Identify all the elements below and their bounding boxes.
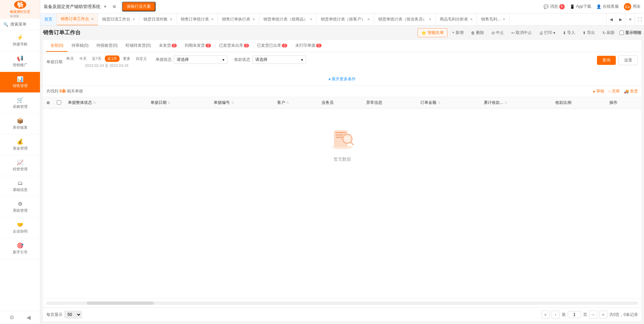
delete-btn[interactable]: 🗑 删除 [468,29,487,37]
sidebar-item-inventory[interactable]: 📦 库存核算 [0,114,40,134]
user-btn[interactable]: Ea 用友 [624,3,641,10]
tab-margin-analysis[interactable]: 商品毛利分析表 ✕ [436,13,477,26]
filter-tab-not-printed[interactable]: 未打印单据0 [291,40,326,52]
sort-customer-icon[interactable]: ⇅ [286,101,289,105]
date-btn-7days[interactable]: 近7天 [90,55,103,62]
topbar-settings-btn[interactable]: ⚙ [110,2,119,11]
sidebar-item-search[interactable]: 🔍 搜索菜单 [0,19,40,30]
tab-close-salesperson-stats[interactable]: ✕ [429,17,431,21]
status-select[interactable]: 请选择 ▾ [174,55,227,64]
sidebar-item-collaboration[interactable]: 🤝 企业协同 [0,217,40,238]
select-all-checkbox[interactable] [57,100,61,105]
tab-close-all-btn[interactable]: ✕ [625,13,635,26]
tab-close-customer-stats[interactable]: ✕ [367,17,370,21]
expand-icon: ▾ [329,77,331,82]
import-btn[interactable]: ⬇ 导入 [560,29,578,37]
print-btn[interactable]: 🖨 打印 ▾ [536,29,558,37]
tab-close-margin-analysis[interactable]: ✕ [470,17,473,21]
settings-btn[interactable]: 设置 [618,55,638,65]
tab-stats[interactable]: 销售订单统计表 ✕ [177,13,218,26]
tab-fullscreen-btn[interactable]: ⛶ [635,13,644,26]
app-download-btn[interactable]: 📱 App下载 [570,4,591,9]
sort-overall-status-icon[interactable]: ⇅ [93,101,96,105]
add-btn[interactable]: + 新增 [449,29,466,37]
tab-close-goods-stats[interactable]: ✕ [310,17,312,21]
guide-icon: 🎯 [17,242,24,249]
cancel-stop-btn[interactable]: ↩ 取消中止 [509,29,534,37]
tab-daily-clear[interactable]: 钱货日清工作台 ✕ [98,13,139,26]
filter-tab-unshipped[interactable]: 未发货0 [155,40,181,52]
show-detail-checkbox[interactable] [619,31,624,35]
import-icon: ⬇ [563,31,566,35]
sidebar-item-system[interactable]: ⚙ 系统管理 [0,197,40,217]
sidebar-item-marketing[interactable]: 📢 营销推广 [0,51,40,72]
tab-customer-stats[interactable]: 销货单统计表（按客户） ✕ [317,13,374,26]
date-btn-today[interactable]: 今天 [77,55,89,62]
sidebar-item-sales[interactable]: 📊 销售管理 [0,72,40,93]
scroll-thumb[interactable] [87,301,154,305]
tab-salesperson-stats[interactable]: 销货单统计表（按业务员） ✕ [374,13,436,26]
page-input[interactable] [568,311,581,318]
date-btn-yesterday[interactable]: 昨天 [65,55,76,62]
sort-payment-icon[interactable]: ⇅ [505,101,507,105]
online-service-btn[interactable]: 👤 在线客服 [596,4,619,9]
next-page-btn[interactable]: › [589,311,597,319]
deliver-btn[interactable]: 🚚 发货 [624,88,638,94]
topbar-title: 装备及固定资产辅助管理系统 [44,4,100,10]
filter-tab-wangpu[interactable]: 旺铺待发货(0) [122,40,155,52]
date-btn-custom[interactable]: 自定义 [134,55,149,62]
review-btn[interactable]: ● 审核 [593,88,604,94]
payment-select[interactable]: 请选择 ▾ [252,55,306,64]
filter-tab-overdue[interactable]: 到期未发货0 [181,40,215,52]
query-btn[interactable]: 查询 [597,56,616,65]
sidebar-item-management[interactable]: 📈 经营管理 [0,155,40,176]
sidebar-item-purchase[interactable]: 🛒 采购管理 [0,93,40,114]
sidebar-collapse-btn[interactable]: ◀ [27,314,31,321]
page-size-select[interactable]: 50 100 200 [65,311,82,318]
sort-amount-icon[interactable]: ⇅ [438,101,440,105]
tab-close-daily-clear[interactable]: ✕ [132,17,135,21]
tab-sales-workbench[interactable]: 销售订单工作台 ✕ [57,13,98,26]
sidebar-item-finance[interactable]: 💰 资金管理 [0,134,40,155]
tab-next-btn[interactable]: ▶ [616,13,625,26]
tab-home[interactable]: 首页 [40,13,57,26]
filter-tab-pending-pick[interactable]: 待拣验货(0) [92,40,122,52]
prev-page-btn[interactable]: ‹ [552,311,560,319]
tab-prev-btn[interactable]: ◀ [606,13,616,26]
tab-close-sales-margin[interactable]: ✕ [503,17,505,21]
filter-tab-shipped-out[interactable]: 已发货已出库0 [253,40,291,52]
sidebar-settings-btn[interactable]: ⚙ [9,314,14,321]
tab-goods-stats[interactable]: 销货单统计表（按商品） ✕ [259,13,317,26]
sidebar-item-quicknav[interactable]: ⚡ 快捷导航 [0,30,40,51]
tab-close-execution[interactable]: ✕ [252,17,255,21]
tab-close-sales-workbench[interactable]: ✕ [91,17,94,21]
filter-tab-all[interactable]: 全部(0) [46,40,68,52]
sidebar-item-guide[interactable]: 🎯 新手引导 [0,238,40,259]
sort-number-icon[interactable]: ⇅ [231,101,234,105]
tab-close-stats[interactable]: ✕ [211,17,214,21]
settings-col-icon[interactable]: ⚙ [46,100,50,105]
unreview-btn[interactable]: ○ 充审 [608,88,620,94]
tab-sales-margin[interactable]: 销售毛利... ✕ [477,13,510,26]
date-btn-more[interactable]: 更多 [121,55,132,62]
sort-date-icon[interactable]: ⇅ [168,101,170,105]
topbar-dropdown-icon[interactable]: ▼ [103,4,107,9]
tab-close-reconcile[interactable]: ✕ [170,17,172,21]
date-btn-1month[interactable]: 近1月 [105,55,120,62]
filter-tab-pending-review[interactable]: 待审核(0) [68,40,93,52]
last-page-btn[interactable]: » [599,311,607,319]
sidebar-item-baseinfo[interactable]: 🗂 基础信息 [0,176,40,197]
tab-execution[interactable]: 销售订单执行表 ✕ [218,13,259,26]
filter-tab-shipped-not-out[interactable]: 已发货未出库0 [215,40,253,52]
tab-reconcile[interactable]: 钱货日清对账 ✕ [139,13,177,26]
expand-btn[interactable]: ▾ 展开更多条件 [329,76,356,82]
message-btn[interactable]: 💬 消息 6 [544,4,565,9]
stop-btn[interactable]: ⊘ 中止 [489,29,507,37]
industry-btn[interactable]: 体验行业方案 [122,2,156,11]
show-detail-toggle[interactable]: 显示明细 [619,30,641,36]
first-page-btn[interactable]: « [542,311,550,319]
smart-gen-btn[interactable]: ⭐ 智能生单 [418,28,447,37]
refresh-btn[interactable]: ↻ 刷新 [600,29,617,37]
user-label: 用友 [633,4,641,9]
export-btn[interactable]: ⬆ 导出 [580,29,598,37]
